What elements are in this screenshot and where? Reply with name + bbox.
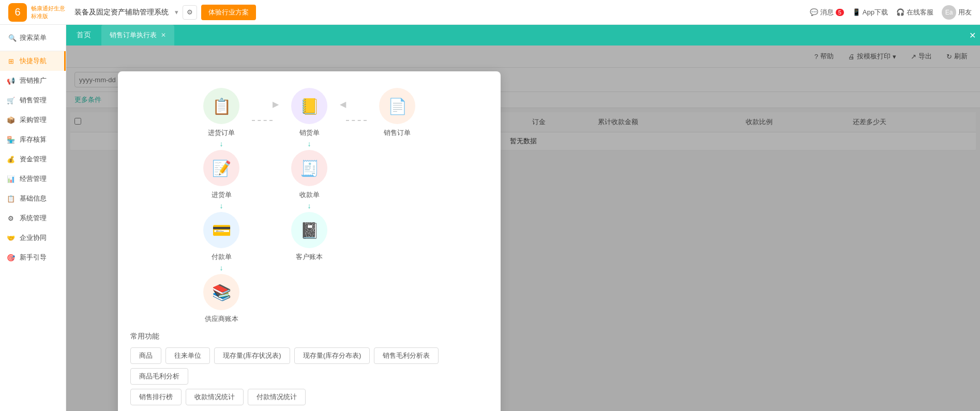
purchase-icon: 📦 — [6, 115, 16, 125]
user-area[interactable]: Ea 用友 — [942, 5, 972, 20]
finance-icon: 💰 — [6, 155, 16, 164]
arrow-down-2: ↓ — [220, 202, 223, 210]
operations-icon: 📊 — [6, 174, 16, 184]
flow-col-right: 📒 销货单 ↓ 🧾 收款单 ↓ 📓 — [279, 88, 340, 262]
avatar: Ea — [942, 5, 956, 20]
marketing-icon: 📢 — [6, 76, 16, 85]
func-btn-partner[interactable]: 往来单位 — [165, 347, 210, 364]
receipt-label: 收款单 — [299, 190, 320, 200]
arrow-right-icon: ▶ — [273, 99, 279, 109]
app-container: 6 畅康通好生意 标准版 装备及固定资产辅助管理系统 ▾ ⚙ 体验行业方案 💬 … — [0, 0, 980, 411]
func-buttons-container: 商品 往来单位 现存量(库存状况表) 现存量(库存分布表) 销售毛利分析表 商品… — [130, 347, 488, 385]
sidebar-item-system[interactable]: ⚙ 系统管理 — [0, 208, 66, 228]
flow-node-purchase-order[interactable]: 📋 进货订单 — [203, 88, 239, 138]
sidebar-item-quick-nav[interactable]: ⊞ 快捷导航 — [0, 51, 66, 71]
customer-ledger-label: 客户账本 — [296, 252, 323, 262]
sidebar-item-label-newguide: 新手引导 — [20, 253, 47, 262]
logo-line2: 标准版 — [31, 12, 65, 20]
supplier-ledger-icon: 📚 — [203, 274, 239, 310]
receipt-icon: 🧾 — [291, 150, 327, 186]
arrow-down-5: ↓ — [308, 202, 311, 210]
logo-area: 6 畅康通好生意 标准版 — [8, 3, 74, 22]
arrow-left-icon: ◀ — [340, 99, 346, 109]
sales-bill-label: 销货单 — [299, 128, 320, 138]
func-btn-product-profit[interactable]: 商品毛利分析 — [130, 368, 188, 385]
inventory-icon: 🏪 — [6, 135, 16, 144]
flow-modal: 📋 进货订单 ↓ 📝 进货单 ↓ 💳 — [118, 71, 501, 411]
flow-node-supplier-ledger[interactable]: 📚 供应商账本 — [203, 274, 239, 324]
sidebar-item-label-marketing: 营销推广 — [20, 76, 47, 85]
sidebar-item-label-basics: 基础信息 — [20, 194, 47, 203]
sidebar-item-finance[interactable]: 💰 资金管理 — [0, 149, 66, 169]
online-service-btn[interactable]: 🎧 在线客服 — [896, 8, 933, 17]
flow-node-sales-order[interactable]: 📄 销售订单 — [379, 88, 415, 138]
sidebar-item-operations[interactable]: 📊 经营管理 — [0, 169, 66, 189]
app-download-label: App下载 — [863, 8, 888, 17]
sales-icon: 🛒 — [6, 96, 16, 105]
func-btn-stock-status[interactable]: 现存量(库存状况表) — [214, 347, 290, 364]
experience-btn[interactable]: 体验行业方案 — [201, 5, 256, 20]
message-btn[interactable]: 💬 消息 5 — [810, 8, 844, 17]
flow-node-payment[interactable]: 💳 付款单 — [203, 212, 239, 262]
func-buttons-row2: 销售排行榜 收款情况统计 付款情况统计 — [130, 389, 488, 405]
sidebar-item-inventory[interactable]: 🏪 库存核算 — [0, 130, 66, 149]
modal-overlay[interactable]: 📋 进货订单 ↓ 📝 进货单 ↓ 💳 — [66, 45, 980, 411]
sidebar-item-enterprise[interactable]: 🤝 企业协同 — [0, 228, 66, 248]
search-icon: 🔍 — [8, 34, 17, 42]
sidebar-item-label-purchase: 采购管理 — [20, 115, 47, 125]
system-title-area: 装备及固定资产辅助管理系统 ▾ ⚙ 体验行业方案 — [74, 5, 810, 20]
func-btn-payment-stats[interactable]: 付款情况统计 — [248, 389, 306, 405]
sidebar-item-sales[interactable]: 🛒 销售管理 — [0, 90, 66, 110]
search-menu-btn[interactable]: 🔍 搜索菜单 — [4, 30, 62, 45]
page-content: ? 帮助 🖨 按模板打印 ▾ ↗ 导出 ↻ 刷新 — [66, 45, 980, 411]
message-label: 消息 — [820, 8, 834, 17]
sales-order-icon: 📄 — [379, 88, 415, 124]
purchase-bill-label: 进货单 — [212, 190, 232, 200]
purchase-bill-icon: 📝 — [203, 150, 239, 186]
tab-collapse-btn[interactable]: ✕ — [969, 31, 976, 40]
system-icon: ⚙ — [6, 214, 16, 223]
sidebar-item-newguide[interactable]: 🎯 新手引导 — [0, 248, 66, 267]
tab-sales-exec[interactable]: 销售订单执行表 ✕ — [101, 25, 174, 45]
flow-node-sales-bill[interactable]: 📒 销货单 — [291, 88, 327, 138]
logo-line1: 畅康通好生意 — [31, 5, 65, 12]
sidebar-item-label-system: 系统管理 — [20, 214, 47, 223]
func-btn-sales-profit[interactable]: 销售毛利分析表 — [374, 347, 439, 364]
app-download-btn[interactable]: 📱 App下载 — [852, 8, 888, 17]
flow-diagram: 📋 进货订单 ↓ 📝 进货单 ↓ 💳 — [130, 84, 488, 328]
tab-close-icon[interactable]: ✕ — [161, 32, 166, 39]
arrow-down-4: ↓ — [308, 140, 311, 148]
sidebar-item-marketing[interactable]: 📢 营销推广 — [0, 71, 66, 90]
sidebar-item-purchase[interactable]: 📦 采购管理 — [0, 110, 66, 130]
settings-button[interactable]: ⚙ — [183, 5, 197, 20]
flow-node-customer-ledger[interactable]: 📓 客户账本 — [291, 212, 327, 262]
sales-order-label: 销售订单 — [384, 128, 411, 138]
logo-text: 畅康通好生意 标准版 — [31, 5, 65, 20]
quick-nav-icon: ⊞ — [6, 56, 16, 66]
download-icon: 📱 — [852, 8, 861, 16]
func-btn-product[interactable]: 商品 — [130, 347, 161, 364]
customer-ledger-icon: 📓 — [291, 212, 327, 248]
search-label: 搜索菜单 — [20, 33, 47, 42]
arrow-down-1: ↓ — [220, 140, 223, 148]
sidebar-item-label-operations: 经营管理 — [20, 174, 47, 184]
common-func-title: 常用功能 — [130, 332, 488, 341]
dropdown-icon[interactable]: ▾ — [175, 8, 178, 16]
func-btn-stock-dist[interactable]: 现存量(库存分布表) — [294, 347, 370, 364]
purchase-order-label: 进货订单 — [208, 128, 235, 138]
sidebar-item-label-quick-nav: 快捷导航 — [20, 56, 47, 66]
message-icon: 💬 — [810, 8, 818, 16]
tab-home[interactable]: 首页 — [66, 25, 101, 45]
service-label: 在线客服 — [907, 8, 933, 17]
func-btn-receipt-stats[interactable]: 收款情况统计 — [186, 389, 244, 405]
sidebar-item-basics[interactable]: 📋 基础信息 — [0, 189, 66, 208]
func-btn-sales-rank[interactable]: 销售排行榜 — [130, 389, 182, 405]
avatar-text: Ea — [945, 9, 953, 16]
sidebar-item-label-inventory: 库存核算 — [20, 135, 47, 144]
payment-label: 付款单 — [212, 252, 232, 262]
flow-node-receipt[interactable]: 🧾 收款单 — [291, 150, 327, 200]
flow-node-purchase-bill[interactable]: 📝 进货单 — [203, 150, 239, 200]
tab-bar: 首页 销售订单执行表 ✕ ✕ — [66, 25, 980, 45]
basics-icon: 📋 — [6, 194, 16, 203]
newguide-icon: 🎯 — [6, 253, 16, 262]
